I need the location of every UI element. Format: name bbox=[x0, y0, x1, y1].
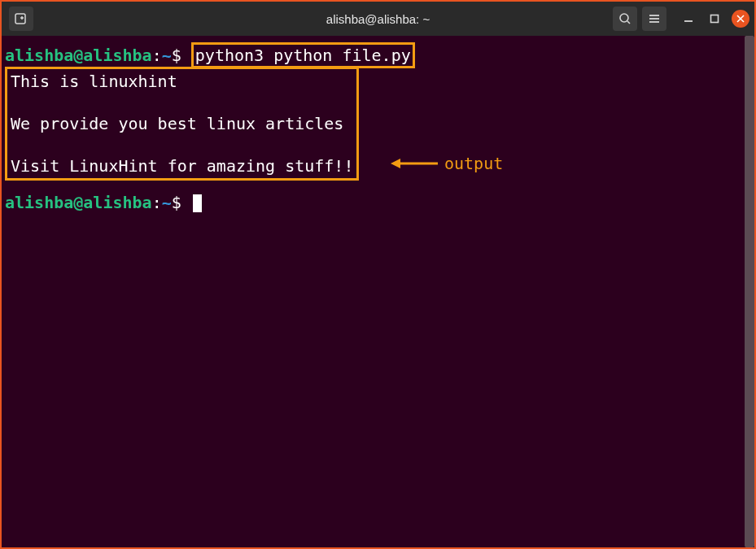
prompt-user-host: alishba@alishba bbox=[5, 46, 152, 65]
terminal-body[interactable]: alishba@alishba:~$ python3 python file.p… bbox=[2, 36, 754, 547]
command-line-1: alishba@alishba:~$ python3 python file.p… bbox=[5, 42, 751, 68]
scrollbar[interactable] bbox=[745, 36, 754, 547]
arrow-icon bbox=[391, 158, 439, 169]
output-annotation: output bbox=[391, 153, 503, 174]
cursor bbox=[193, 194, 202, 212]
terminal-window: alishba@alishba: ~ bbox=[0, 0, 756, 549]
prompt-path: ~ bbox=[162, 46, 172, 65]
minimize-icon bbox=[684, 14, 693, 24]
output-line: Visit LinuxHint for amazing stuff!! bbox=[11, 155, 353, 176]
output-line bbox=[11, 92, 353, 113]
prompt-colon: : bbox=[152, 46, 162, 65]
output-line: This is linuxhint bbox=[11, 71, 353, 92]
annotation-label: output bbox=[444, 153, 503, 174]
svg-point-3 bbox=[620, 14, 628, 22]
prompt-user-host: alishba@alishba bbox=[5, 193, 152, 212]
output-line bbox=[11, 134, 353, 155]
prompt-dollar: $ bbox=[172, 193, 181, 212]
output-highlight-box: This is linuxhint We provide you best li… bbox=[5, 67, 359, 181]
close-button[interactable] bbox=[732, 10, 749, 28]
search-icon bbox=[618, 12, 631, 25]
prompt-dollar: $ bbox=[172, 46, 181, 65]
maximize-button[interactable] bbox=[706, 10, 723, 28]
minimize-button[interactable] bbox=[680, 10, 697, 28]
prompt-colon: : bbox=[152, 193, 162, 212]
close-icon bbox=[736, 15, 745, 23]
output-line: We provide you best linux articles bbox=[11, 113, 353, 134]
titlebar: alishba@alishba: ~ bbox=[2, 2, 754, 36]
prompt-path: ~ bbox=[162, 193, 172, 212]
svg-line-4 bbox=[627, 21, 630, 24]
hamburger-icon bbox=[648, 12, 661, 25]
scrollbar-thumb[interactable] bbox=[745, 36, 754, 547]
command-highlight: python3 python file.py bbox=[191, 42, 415, 68]
search-button[interactable] bbox=[613, 7, 637, 31]
window-title: alishba@alishba: ~ bbox=[326, 12, 430, 26]
command-text: python3 python file.py bbox=[195, 46, 411, 65]
svg-marker-13 bbox=[391, 159, 400, 168]
svg-rect-0 bbox=[15, 14, 25, 24]
svg-rect-9 bbox=[711, 15, 719, 23]
maximize-icon bbox=[710, 14, 719, 24]
new-tab-button[interactable] bbox=[9, 7, 33, 31]
command-line-2: alishba@alishba:~$ bbox=[5, 192, 751, 213]
new-tab-icon bbox=[14, 11, 28, 26]
menu-button[interactable] bbox=[642, 7, 666, 31]
